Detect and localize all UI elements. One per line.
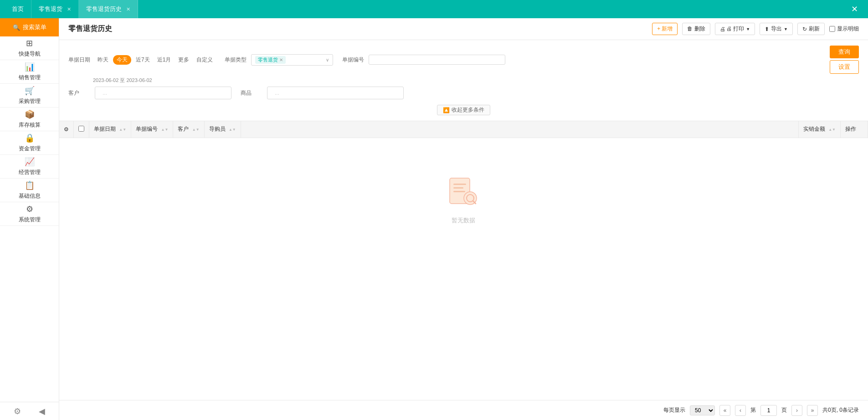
- date-btn-7days[interactable]: 近7天: [133, 55, 153, 65]
- collapse-row: 🔼 收起更多条件: [68, 103, 859, 117]
- date-filter-label: 单据日期: [68, 56, 91, 64]
- sidebar-item-label: 资金管理: [19, 145, 41, 153]
- page-size-select[interactable]: 50 10 20 100: [690, 405, 715, 415]
- sidebar-item-system[interactable]: ⚙ 系统管理: [0, 202, 59, 226]
- sidebar-item-label: 销售管理: [19, 74, 41, 82]
- sidebar-item-quick-nav[interactable]: ⊞ 快捷导航: [0, 36, 59, 60]
- first-page-button[interactable]: «: [719, 405, 730, 416]
- th-checkbox: [74, 121, 89, 138]
- show-detail-checkbox[interactable]: [829, 26, 835, 32]
- tab-home[interactable]: 首页: [5, 0, 31, 18]
- product-select[interactable]: ...: [267, 87, 404, 99]
- th-customer: 客户 ▲▼: [173, 121, 204, 138]
- top-nav: 首页 零售退货 ✕ 零售退货历史 ✕ ✕: [0, 0, 868, 18]
- prev-page-button[interactable]: ‹: [735, 405, 746, 416]
- type-tag: 零售退货 ✕: [255, 56, 286, 64]
- product-ellipsis: ...: [271, 88, 283, 97]
- last-page-button[interactable]: »: [807, 405, 818, 416]
- finance-icon: 🔒: [25, 133, 35, 143]
- type-tag-close[interactable]: ✕: [279, 57, 283, 62]
- print-button[interactable]: 🖨 🖨 打印 ▼: [715, 23, 755, 35]
- page-header: 零售退货历史 + 新增 🗑 删除 🖨 🖨 打印 ▼ ⬆ 导出 ▼ ↻ 刷新 显示…: [59, 18, 868, 40]
- export-dropdown-icon: ▼: [784, 27, 788, 31]
- table-settings-icon[interactable]: ⚙: [64, 126, 69, 133]
- data-table: ⚙ 单据日期 ▲▼ 单据编号 ▲▼: [59, 121, 868, 261]
- tab-retail-return[interactable]: 零售退货 ✕: [31, 0, 79, 18]
- customer-ellipsis: ...: [99, 88, 111, 97]
- empty-text: 暂无数据: [452, 216, 475, 225]
- sidebar-item-label: 经营管理: [19, 169, 41, 176]
- sidebar-item-basic-info[interactable]: 📋 基础信息: [0, 179, 59, 202]
- basic-info-icon: 📋: [25, 180, 35, 190]
- customer-filter-group: 客户 ...: [68, 87, 231, 99]
- order-no-input[interactable]: [369, 55, 505, 65]
- sidebar-search[interactable]: 🔍 搜索菜单: [0, 18, 59, 36]
- select-all-checkbox[interactable]: [78, 126, 84, 132]
- export-icon: ⬆: [765, 26, 769, 32]
- delete-button[interactable]: 🗑 删除: [682, 23, 710, 35]
- page-number-input[interactable]: [760, 405, 777, 416]
- type-select[interactable]: 零售退货 ✕ ∨: [251, 54, 333, 66]
- sidebar-item-label: 基础信息: [19, 192, 41, 200]
- date-btn-more[interactable]: 更多: [175, 55, 192, 65]
- sidebar-item-label: 库存核算: [19, 121, 41, 129]
- query-button[interactable]: 查询: [830, 46, 859, 58]
- th-order-no: 单据编号 ▲▼: [131, 121, 173, 138]
- date-btn-1month[interactable]: 近1月: [154, 55, 174, 65]
- tab-retail-return-history-close[interactable]: ✕: [126, 6, 130, 12]
- filter-row-2: 客户 ... 商品 ...: [68, 87, 859, 99]
- date-btn-custom[interactable]: 自定义: [194, 55, 216, 65]
- type-filter-label: 单据类型: [225, 56, 247, 64]
- sidebar-item-sales[interactable]: 📊 销售管理: [0, 60, 59, 84]
- sidebar-item-purchase[interactable]: 🛒 采购管理: [0, 84, 59, 108]
- product-label: 商品: [241, 89, 263, 97]
- collapse-button[interactable]: 🔼 收起更多条件: [437, 105, 490, 115]
- sidebar-item-label: 采购管理: [19, 97, 41, 105]
- close-all-button[interactable]: ✕: [846, 4, 863, 14]
- svg-rect-2: [453, 187, 463, 189]
- customer-sort[interactable]: ▲▼: [192, 128, 200, 132]
- amount-sort[interactable]: ▲▼: [828, 128, 836, 132]
- system-icon: ⚙: [26, 204, 33, 214]
- sidebar-item-operations[interactable]: 📈 经营管理: [0, 155, 59, 179]
- settings-icon[interactable]: ⚙: [14, 406, 21, 416]
- empty-icon: [445, 174, 482, 211]
- th-amount: 实销金额 ▲▼: [798, 121, 840, 138]
- refresh-button[interactable]: ↻ 刷新: [797, 23, 825, 35]
- setting-button[interactable]: 设置: [830, 60, 859, 74]
- next-page-button[interactable]: ›: [791, 405, 802, 416]
- sidebar-item-finance[interactable]: 🔒 资金管理: [0, 131, 59, 155]
- svg-rect-1: [453, 184, 466, 185]
- date-range-display: 2023-06-02 至 2023-06-02: [93, 77, 152, 83]
- tab-retail-return-label: 零售退货: [39, 5, 62, 13]
- sidebar-item-inventory[interactable]: 📦 库存核算: [0, 108, 59, 131]
- inventory-icon: 📦: [25, 109, 35, 119]
- customer-select[interactable]: ...: [95, 87, 231, 99]
- th-date: 单据日期 ▲▼: [89, 121, 131, 138]
- tab-home-label: 首页: [12, 5, 24, 13]
- tab-retail-return-history[interactable]: 零售退货历史 ✕: [79, 0, 138, 18]
- th-spacer: [241, 121, 798, 138]
- collapse-icon[interactable]: ◀: [39, 406, 45, 416]
- order-no-sort[interactable]: ▲▼: [161, 128, 169, 132]
- purchase-icon: 🛒: [25, 86, 35, 96]
- customer-label: 客户: [68, 89, 91, 97]
- quick-nav-icon: ⊞: [26, 38, 33, 48]
- order-no-filter-group: 单据编号: [342, 55, 505, 65]
- sales-icon: 📊: [25, 62, 35, 72]
- pagination-bar: 每页显示 50 10 20 100 « ‹ 第 页 › » 共0页, 0条记录: [59, 400, 868, 420]
- print-dropdown-icon: ▼: [746, 27, 750, 31]
- th-guide: 导购员 ▲▼: [204, 121, 241, 138]
- export-button[interactable]: ⬆ 导出 ▼: [760, 23, 793, 35]
- date-btn-today[interactable]: 今天: [113, 55, 131, 65]
- guide-sort[interactable]: ▲▼: [229, 128, 236, 132]
- add-button[interactable]: + 新增: [652, 23, 678, 35]
- search-icon: 🔍: [13, 24, 20, 31]
- collapse-up-icon: 🔼: [443, 107, 450, 113]
- date-sort[interactable]: ▲▼: [119, 128, 126, 132]
- total-info: 共0页, 0条记录: [822, 406, 859, 414]
- sidebar-item-label: 快捷导航: [19, 50, 41, 58]
- date-btn-yesterday[interactable]: 昨天: [95, 55, 111, 65]
- empty-state: 暂无数据: [59, 138, 868, 261]
- tab-retail-return-close[interactable]: ✕: [67, 6, 71, 12]
